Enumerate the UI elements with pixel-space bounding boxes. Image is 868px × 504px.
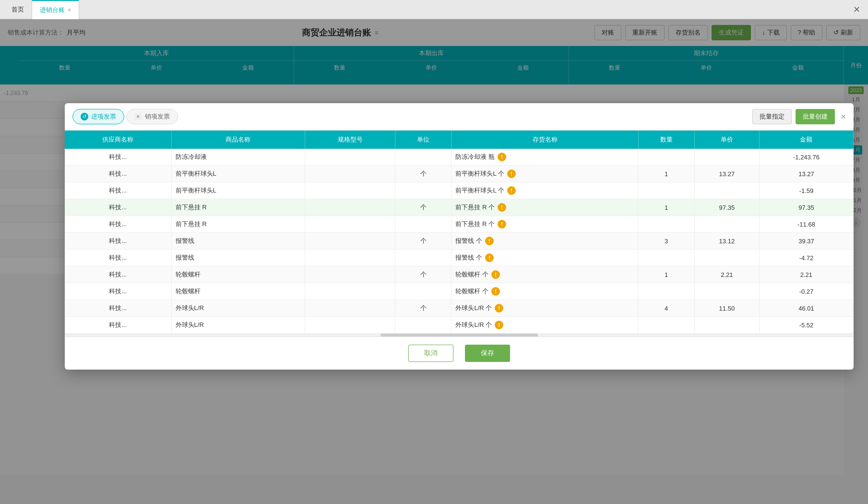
- cell-1-2: [305, 166, 395, 182]
- table-row[interactable]: 科技...报警线报警线 个!-4.72: [65, 250, 854, 266]
- cell-2-7: -1.59: [759, 182, 853, 199]
- table-row[interactable]: 科技...轮毂螺杆个轮毂螺杆 个!12.212.21: [65, 266, 854, 283]
- cell-7-1: 轮毂螺杆: [171, 266, 305, 283]
- table-row[interactable]: 科技...前平衡杆球头L个前平衡杆球头L 个!113.2713.27: [65, 166, 854, 182]
- modal-table: 供应商名称 商品名称 规格型号 单位 存货名称 数量 单价 金额 科技...防冻…: [65, 131, 854, 334]
- batch-create-button[interactable]: 批量创建: [796, 109, 835, 124]
- batch-assign-button[interactable]: 批量指定: [752, 109, 792, 124]
- cell-6-1: 报警线: [171, 250, 305, 266]
- cell-6-3: [395, 250, 452, 266]
- cell-3-4: 前下悬挂 R 个!: [452, 199, 638, 216]
- col-product: 商品名称: [171, 131, 305, 149]
- table-row[interactable]: 科技...前平衡杆球头L前平衡杆球头L 个!-1.59: [65, 182, 854, 199]
- cell-9-6: 11.50: [694, 300, 759, 317]
- cell-5-6: 13.12: [694, 233, 759, 250]
- col-inventory: 存货名称: [452, 131, 638, 149]
- cell-5-5: 3: [638, 233, 694, 250]
- cell-8-7: -0.27: [759, 283, 853, 300]
- cell-10-5: [638, 317, 694, 334]
- horizontal-scrollbar[interactable]: [65, 334, 854, 336]
- cell-1-0: 科技...: [65, 166, 171, 182]
- table-row[interactable]: 科技...报警线个报警线 个!313.1239.37: [65, 233, 854, 250]
- col-qty: 数量: [638, 131, 694, 149]
- warning-icon: !: [495, 321, 503, 329]
- cell-5-4: 报警线 个!: [452, 233, 638, 249]
- cell-6-6: [694, 250, 759, 266]
- cell-0-0: 科技...: [65, 149, 171, 166]
- cell-8-1: 轮毂螺杆: [171, 283, 305, 300]
- cell-9-0: 科技...: [65, 300, 171, 317]
- cell-10-3: [395, 317, 452, 334]
- cell-3-1: 前下悬挂 R: [171, 199, 305, 216]
- cell-1-5: 1: [638, 166, 694, 182]
- cell-8-3: [395, 283, 452, 300]
- tab-inbound-invoice[interactable]: ↺ 进项发票: [72, 109, 124, 124]
- cell-9-2: [305, 300, 395, 317]
- cell-5-3: 个: [395, 233, 452, 250]
- table-row[interactable]: 科技...前下悬挂 R前下悬挂 R 个!-11.68: [65, 216, 854, 233]
- table-body: 科技...防冻冷却液防冻冷却液 瓶!-1,243.76科技...前平衡杆球头L个…: [65, 149, 854, 334]
- cell-6-4: 报警线 个!: [452, 250, 638, 266]
- table-row[interactable]: 科技...前下悬挂 R个前下悬挂 R 个!197.3597.35: [65, 199, 854, 216]
- modal-header: ↺ 进项发票 ≡ 销项发票 批量指定 批量创建 ×: [65, 103, 854, 131]
- cell-10-7: -5.52: [759, 317, 853, 334]
- cell-7-3: 个: [395, 266, 452, 283]
- outbound-tab-icon: ≡: [134, 113, 142, 120]
- warning-icon: !: [491, 270, 500, 279]
- cell-3-2: [305, 199, 395, 216]
- tab-ledger-label: 进销台账: [40, 6, 65, 14]
- cell-8-5: [638, 283, 694, 300]
- cell-5-1: 报警线: [171, 233, 305, 250]
- cell-0-5: [638, 149, 694, 166]
- table-row[interactable]: 科技...外球头L/R外球头L/R 个!-5.52: [65, 317, 854, 334]
- modal-footer: 取消 保存: [65, 336, 854, 370]
- main-area: 销售成本计算方法： 月平均 商贸企业进销台账 ≡ 对账 重新开账 存货别名 生成…: [0, 19, 868, 504]
- cell-10-4: 外球头L/R 个!: [452, 317, 638, 333]
- cell-0-1: 防冻冷却液: [171, 149, 305, 166]
- table-row[interactable]: 科技...轮毂螺杆轮毂螺杆 个!-0.27: [65, 283, 854, 300]
- cell-0-7: -1,243.76: [759, 149, 853, 166]
- cell-6-7: -4.72: [759, 250, 853, 266]
- cell-3-7: 97.35: [759, 199, 853, 216]
- cell-9-7: 46.01: [759, 300, 853, 317]
- cell-3-6: 97.35: [694, 199, 759, 216]
- cell-1-3: 个: [395, 166, 452, 182]
- table-row[interactable]: 科技...防冻冷却液防冻冷却液 瓶!-1,243.76: [65, 149, 854, 166]
- warning-icon: !: [507, 186, 516, 195]
- top-tab-bar: 首页 进销台账 × ✕: [0, 0, 868, 19]
- table-row[interactable]: 科技...外球头L/R个外球头L/R 个!411.5046.01: [65, 300, 854, 317]
- scrollbar-thumb: [380, 334, 538, 336]
- cell-8-6: [694, 283, 759, 300]
- cell-8-2: [305, 283, 395, 300]
- window-close-button[interactable]: ✕: [849, 2, 864, 17]
- cell-5-2: [305, 233, 395, 250]
- col-supplier: 供应商名称: [65, 131, 171, 149]
- cell-3-5: 1: [638, 199, 694, 216]
- cell-9-1: 外球头L/R: [171, 300, 305, 317]
- cell-9-3: 个: [395, 300, 452, 317]
- tab-home[interactable]: 首页: [4, 0, 32, 19]
- cell-8-0: 科技...: [65, 283, 171, 300]
- inbound-tab-icon: ↺: [81, 113, 88, 120]
- warning-icon: !: [498, 220, 506, 228]
- tab-close-icon[interactable]: ×: [68, 7, 71, 13]
- modal-header-actions: 批量指定 批量创建: [752, 109, 835, 124]
- cell-2-6: [694, 182, 759, 199]
- tab-ledger[interactable]: 进销台账 ×: [32, 0, 79, 19]
- cell-9-4: 外球头L/R 个!: [452, 300, 638, 316]
- cell-4-0: 科技...: [65, 216, 171, 233]
- cancel-button[interactable]: 取消: [408, 345, 453, 362]
- modal-close-button[interactable]: ×: [841, 112, 846, 122]
- save-button[interactable]: 保存: [465, 345, 510, 362]
- outbound-tab-label: 销项发票: [145, 112, 170, 121]
- cell-10-6: [694, 317, 759, 334]
- cell-0-4: 防冻冷却液 瓶!: [452, 149, 638, 165]
- col-unit: 单位: [395, 131, 452, 149]
- cell-2-4: 前平衡杆球头L 个!: [452, 182, 638, 199]
- cell-0-3: [395, 149, 452, 166]
- cell-1-7: 13.27: [759, 166, 853, 182]
- tab-outbound-invoice[interactable]: ≡ 销项发票: [126, 109, 178, 124]
- col-unit-price: 单价: [694, 131, 759, 149]
- tab-home-label: 首页: [12, 5, 24, 14]
- cell-5-7: 39.37: [759, 233, 853, 250]
